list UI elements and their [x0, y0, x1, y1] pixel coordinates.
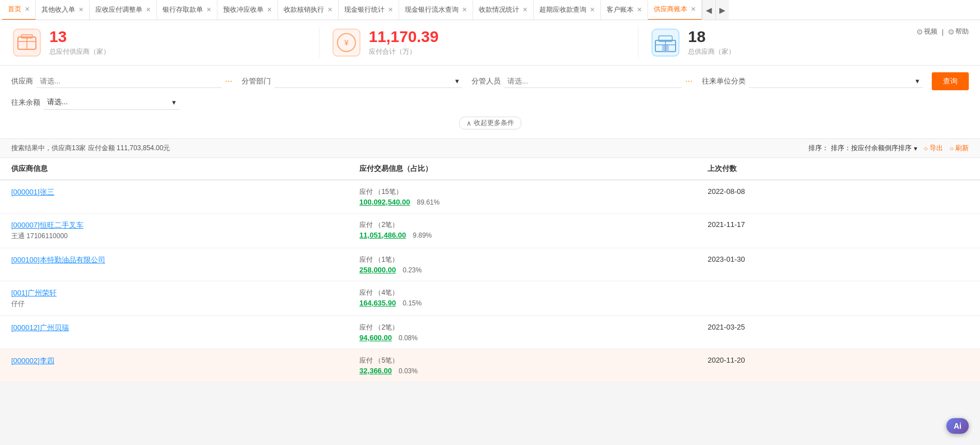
tx-label: 应付 （15笔） [359, 187, 708, 197]
table-row: [000007]恒旺二手叉车 王通 17106110000 应付 （2笔） 11… [0, 214, 980, 248]
nav-tab-bank-deposit[interactable]: 银行存取款单 ✕ [157, 0, 218, 20]
table-header: 供应商信息 应付交易信息（占比） 上次付数 [0, 158, 980, 180]
tx-info-cell: 应付 （4笔） 164,635.90 0.15% [359, 288, 708, 307]
last-payment-cell: 2022-08-08 [708, 187, 969, 196]
result-actions: 排序： 排序：按应付余额倒序排序 ▾ ○ 导出 ○ 刷新 [808, 143, 969, 153]
stat-ap-total-number: 11,170.39 [369, 29, 439, 46]
person-dots[interactable]: ··· [685, 76, 692, 86]
nav-tab-other-income[interactable]: 其他收入单 ✕ [36, 0, 90, 20]
nav-tab-home[interactable]: 首页 ✕ [2, 0, 36, 20]
stat-ap-suppliers-content: 13 总应付供应商（家） [49, 29, 110, 57]
category-label: 往来单位分类 [702, 76, 746, 86]
filter-category: 往来单位分类 ▾ [702, 75, 923, 88]
help-icon: ⊙ [948, 27, 954, 36]
nav-tab-home-close[interactable]: ✕ [25, 6, 30, 13]
supplier-sub: 王通 17106110000 [11, 231, 359, 241]
tx-amount[interactable]: 94,600.00 [359, 333, 392, 342]
tx-pct: 9.89% [413, 231, 432, 239]
nav-tab-overdue-ar-close[interactable]: ✕ [590, 6, 595, 13]
nav-tab-customer-ledger-close[interactable]: ✕ [637, 6, 642, 13]
nav-tab-ar-ap-adjust[interactable]: 应收应付调整单 ✕ [90, 0, 157, 20]
nav-tab-customer-ledger[interactable]: 客户账本 ✕ [601, 0, 648, 20]
nav-tab-overdue-ar[interactable]: 超期应收款查询 ✕ [534, 0, 601, 20]
supplier-link[interactable]: [000012]广州贝瑞 [11, 323, 69, 332]
supplier-link[interactable]: [000100]本特勤油品有限公司 [11, 256, 105, 264]
stat-total-suppliers: 18 总供应商（家） [650, 27, 958, 58]
filter-row-1: 供应商 ··· 分管部门 ▾ 分管人员 ··· 往来单位分类 ▾ 查询 [11, 72, 969, 90]
supplier-input[interactable] [36, 75, 221, 88]
tx-row: 11,051,486.00 9.89% [359, 231, 708, 239]
video-link[interactable]: ⊙ 视频 [917, 27, 937, 36]
filter-area: 供应商 ··· 分管部门 ▾ 分管人员 ··· 往来单位分类 ▾ 查询 [0, 66, 980, 139]
person-input[interactable] [504, 75, 682, 88]
nav-tab-cash-bank-flow[interactable]: 现金银行流水查询 ✕ [399, 0, 473, 20]
tx-amount[interactable]: 164,635.90 [359, 299, 396, 307]
help-label: 帮助 [955, 27, 969, 36]
nav-tab-receipt-verify[interactable]: 收款核销执行 ✕ [278, 0, 339, 20]
stat-total-suppliers-number: 18 [688, 29, 735, 46]
supplier-link[interactable]: [001]广州荣轩 [11, 289, 57, 297]
top-right-links: ⊙ 视频 | ⊙ 帮助 [917, 27, 969, 36]
nav-tab-prepay-ar[interactable]: 预收冲应收单 ✕ [218, 0, 278, 20]
sort-select[interactable]: 排序： 排序：按应付余额倒序排序 ▾ [808, 143, 917, 153]
nav-tab-receipt-verify-close[interactable]: ✕ [327, 6, 332, 13]
sort-value: 排序：按应付余额倒序排序 [831, 143, 912, 153]
nav-tab-cash-bank-flow-close[interactable]: ✕ [462, 6, 467, 13]
nav-tab-bank-deposit-close[interactable]: ✕ [206, 6, 211, 13]
help-link[interactable]: ⊙ 帮助 [948, 27, 969, 36]
category-select[interactable]: ▾ [749, 75, 923, 88]
nav-tab-prepay-ar-close[interactable]: ✕ [267, 6, 272, 13]
supplier-info-cell: [000002]李四 [11, 356, 359, 366]
balance-select-value: 请选... [47, 97, 68, 107]
tx-info-cell: 应付 （2笔） 94,600.00 0.08% [359, 323, 708, 342]
refresh-button[interactable]: ○ 刷新 [950, 143, 969, 153]
supplier-info-cell: [001]广州荣轩 仔仔 [11, 288, 359, 309]
nav-arrow-left[interactable]: ◀ [702, 0, 715, 20]
supplier-link[interactable]: [000007]恒旺二手叉车 [11, 221, 84, 229]
nav-arrow-right[interactable]: ▶ [715, 0, 729, 20]
table-row: [000001]张三 应付 （15笔） 100,092,540.00 89.61… [0, 180, 980, 214]
nav-tab-receipt-verify-label: 收款核销执行 [284, 5, 324, 15]
nav-tab-receipt-stat-close[interactable]: ✕ [523, 6, 528, 13]
tx-amount[interactable]: 32,366.00 [359, 367, 392, 375]
nav-tab-cash-bank-stat-close[interactable]: ✕ [388, 6, 393, 13]
last-payment-date: 2021-11-17 [708, 220, 745, 229]
nav-tab-supplier-ledger-close[interactable]: ✕ [691, 6, 696, 13]
tx-row: 164,635.90 0.15% [359, 299, 708, 307]
collapse-button[interactable]: ∧ 收起更多条件 [459, 117, 521, 129]
dept-chevron-down-icon: ▾ [455, 77, 459, 85]
nav-tab-receipt-stat[interactable]: 收款情况统计 ✕ [473, 0, 534, 20]
person-label: 分管人员 [471, 76, 501, 86]
query-button[interactable]: 查询 [932, 72, 969, 90]
nav-tab-other-income-close[interactable]: ✕ [78, 6, 84, 13]
stat-ap-suppliers-label: 总应付供应商（家） [49, 47, 110, 57]
export-button[interactable]: ○ 导出 [924, 143, 943, 153]
tx-amount[interactable]: 100,092,540.00 [359, 198, 410, 206]
balance-select[interactable]: 请选... ▾ [44, 95, 179, 110]
separator: | [942, 28, 944, 36]
nav-tab-cash-bank-stat[interactable]: 现金银行统计 ✕ [339, 0, 399, 20]
table-row: [000002]李四 应付 （5笔） 32,366.00 0.03% 2020-… [0, 349, 980, 382]
last-payment-cell: 2021-11-17 [708, 220, 969, 229]
table-row: [000100]本特勤油品有限公司 应付 （1笔） 258,000.00 0.2… [0, 248, 980, 281]
tx-amount[interactable]: 258,000.00 [359, 266, 396, 274]
last-payment-cell: 2021-03-25 [708, 323, 969, 331]
supplier-info-cell: [000012]广州贝瑞 [11, 323, 359, 333]
nav-tab-supplier-ledger-label: 供应商账本 [654, 4, 687, 14]
video-label: 视频 [924, 27, 937, 36]
main-table: 供应商信息 应付交易信息（占比） 上次付数 [000001]张三 应付 （15笔… [0, 158, 980, 382]
supplier-link[interactable]: [000002]李四 [11, 356, 54, 365]
nav-tab-cash-bank-stat-label: 现金银行统计 [344, 5, 385, 15]
nav-tab-ar-ap-adjust-close[interactable]: ✕ [146, 6, 151, 13]
filter-person: 分管人员 ··· [471, 75, 693, 88]
supplier-dots[interactable]: ··· [225, 76, 232, 86]
tx-amount[interactable]: 11,051,486.00 [359, 231, 406, 239]
supplier-info-cell: [000001]张三 [11, 187, 359, 197]
dept-select[interactable]: ▾ [274, 75, 463, 88]
filter-supplier: 供应商 ··· [11, 75, 233, 88]
nav-tab-supplier-ledger[interactable]: 供应商账本 ✕ [648, 0, 702, 20]
result-summary: 搜索结果中，供应商13家 应付金额 111,703,854.00元 [11, 143, 170, 153]
nav-tab-overdue-ar-label: 超期应收款查询 [539, 5, 586, 15]
supplier-link[interactable]: [000001]张三 [11, 188, 54, 196]
export-label: 导出 [930, 143, 943, 153]
